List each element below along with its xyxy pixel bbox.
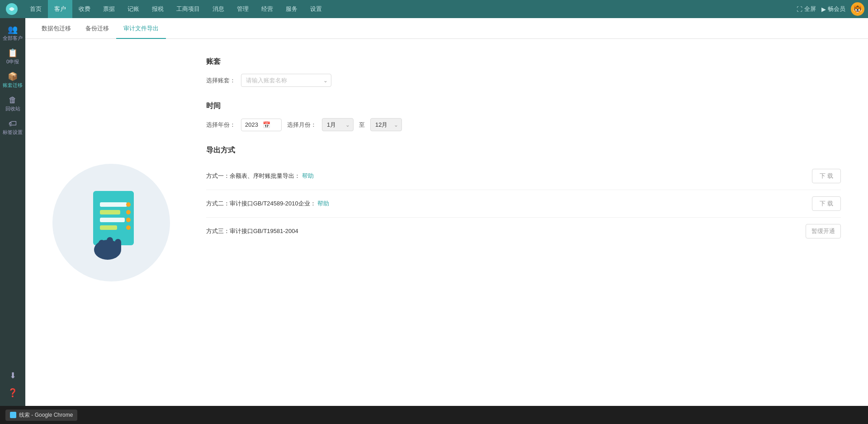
year-input[interactable]: 2023 📅 [241,119,282,131]
svg-rect-13 [115,239,121,252]
member-icon: ▶ [821,6,826,13]
nav-customer[interactable]: 客户 [48,0,72,18]
tag-settings-icon: 🏷 [9,119,17,128]
tab-audit-export[interactable]: 审计文件导出 [116,19,166,39]
method-3-label: 方式三：审计接口GB/T19581-2004 [206,228,298,234]
account-select[interactable]: 请输入账套名称 [241,74,331,87]
avatar[interactable]: 🐯 [851,2,864,16]
nav-tax[interactable]: 报税 [146,0,170,18]
nav-service[interactable]: 服务 [279,0,304,18]
month-start-wrapper: 1月 2月 3月 4月 5月 6月 7月 8月 9月 10月 11月 12月 [322,118,354,131]
month-start-select[interactable]: 1月 2月 3月 4月 5月 6月 7月 8月 9月 10月 11月 12月 [322,118,354,131]
tabs-bar: 数据包迁移 备份迁移 审计文件导出 [25,18,868,39]
account-row: 选择账套： 请输入账套名称 [206,74,841,87]
method-3-text: 方式三：审计接口GB/T19581-2004 [206,227,798,235]
sidebar-item-all-customers[interactable]: 👥 全部客户 [0,22,25,45]
nav-manage[interactable]: 管理 [231,0,255,18]
sidebar-bottom-download[interactable]: ⬇ [0,368,25,383]
sidebar-label-tag-settings: 标签设置 [3,129,23,136]
method-2-text: 方式二：审计接口GB/T24589-2010企业： 帮助 [206,200,805,208]
account-label: 选择账套： [206,76,236,85]
nav-items: 首页 客户 收费 票据 记账 报税 工商项目 消息 管理 经营 服务 设置 [24,0,797,18]
sidebar-item-tag-settings[interactable]: 🏷 标签设置 [0,116,25,139]
fullscreen-icon: ⛶ [797,6,802,13]
sidebar-label-recycle: 回收站 [5,105,20,112]
export-method-2: 方式二：审计接口GB/T24589-2010企业： 帮助 下 载 [206,190,841,218]
illustration-area [25,39,197,406]
taskbar-chrome-label: 线索 - Google Chrome [19,411,73,419]
time-section-title: 时间 [206,101,841,111]
svg-rect-5 [100,225,117,230]
logo [4,1,20,17]
main-layout: 👥 全部客户 📋 0申报 📦 账套迁移 🗑 回收站 🏷 标签设置 ⬇ ❓ [0,18,868,406]
method-1-text: 方式一：余额表、序时账批量导出： 帮助 [206,172,805,180]
month-end-wrapper: 1月 2月 3月 4月 5月 6月 7月 8月 9月 10月 11月 12月 [370,118,402,131]
download-icon: ⬇ [9,372,16,380]
nav-settings[interactable]: 设置 [304,0,328,18]
method-2-label: 方式二：审计接口GB/T24589-2010企业： [206,200,316,207]
nav-message[interactable]: 消息 [206,0,231,18]
svg-rect-3 [100,210,120,214]
method-1-download-button[interactable]: 下 载 [812,169,841,183]
method-3-open-button[interactable]: 暂缓开通 [806,224,841,238]
sidebar: 👥 全部客户 📋 0申报 📦 账套迁移 🗑 回收站 🏷 标签设置 ⬇ ❓ [0,18,25,406]
svg-rect-11 [99,240,105,252]
nav-fee[interactable]: 收费 [72,0,97,18]
svg-point-9 [126,225,131,230]
zero-declare-icon: 📋 [8,49,18,57]
method-2-download-button[interactable]: 下 载 [812,196,841,211]
svg-rect-4 [100,218,125,222]
sidebar-label-all-customers: 全部客户 [3,35,23,42]
nav-invoice[interactable]: 票据 [97,0,121,18]
taskbar: 线索 - Google Chrome [0,406,868,424]
to-label: 至 [359,121,365,129]
svg-rect-12 [107,237,113,252]
sidebar-label-zero-declare: 0申报 [6,58,19,65]
tab-data-migrate[interactable]: 数据包迁移 [34,19,78,39]
method-1-label: 方式一：余额表、序时账批量导出： [206,172,300,179]
all-customers-icon: 👥 [8,25,18,33]
sidebar-label-account-migrate: 账套迁移 [3,82,23,89]
page-content: 账套 选择账套： 请输入账套名称 时间 选择年份： 2023 [25,39,868,406]
svg-point-7 [126,210,131,214]
export-method-3: 方式三：审计接口GB/T19581-2004 暂缓开通 [206,218,841,245]
nav-home[interactable]: 首页 [24,0,48,18]
year-label: 选择年份： [206,121,236,129]
method-2-help-link[interactable]: 帮助 [317,200,329,207]
nav-right: ⛶ 全屏 ▶ 畅会员 🐯 [797,2,864,16]
time-row: 选择年份： 2023 📅 选择月份： 1月 2月 3月 4月 5月 6 [206,118,841,131]
export-section-title: 导出方式 [206,146,841,155]
tab-backup-migrate[interactable]: 备份迁移 [78,19,116,39]
nav-business[interactable]: 工商项目 [170,0,206,18]
fullscreen-label: 全屏 [804,5,816,13]
nav-operation[interactable]: 经营 [255,0,279,18]
member-label: 畅会员 [828,5,845,13]
export-method-1: 方式一：余额表、序时账批量导出： 帮助 下 载 [206,162,841,190]
fullscreen-button[interactable]: ⛶ 全屏 [797,5,816,13]
svg-rect-2 [100,202,127,207]
recycle-icon: 🗑 [9,96,17,104]
month-end-select[interactable]: 1月 2月 3月 4月 5月 6月 7月 8月 9月 10月 11月 12月 [370,118,402,131]
sidebar-item-recycle[interactable]: 🗑 回收站 [0,92,25,116]
svg-point-6 [126,202,131,207]
form-area: 账套 选择账套： 请输入账套名称 时间 选择年份： 2023 [197,39,868,406]
illustration-svg [75,182,147,263]
sidebar-item-zero-declare[interactable]: 📋 0申报 [0,45,25,69]
taskbar-chrome-item[interactable]: 线索 - Google Chrome [5,410,77,421]
member-button[interactable]: ▶ 畅会员 [821,5,845,13]
account-migrate-icon: 📦 [8,72,18,81]
sidebar-item-account-migrate[interactable]: 📦 账套迁移 [0,69,25,92]
account-section-title: 账套 [206,57,841,67]
calendar-icon: 📅 [263,121,278,129]
method-1-help-link[interactable]: 帮助 [302,172,314,179]
year-value: 2023 [245,121,260,128]
sidebar-bottom-help[interactable]: ❓ [0,385,25,400]
help-icon: ❓ [8,389,18,397]
nav-accounting[interactable]: 记账 [121,0,146,18]
svg-point-8 [126,218,131,222]
chrome-icon [10,412,16,418]
top-nav: 首页 客户 收费 票据 记账 报税 工商项目 消息 管理 经营 服务 设置 ⛶ … [0,0,868,18]
illustration-circle [52,164,170,281]
month-label: 选择月份： [287,121,316,129]
content-area: 数据包迁移 备份迁移 审计文件导出 [25,18,868,406]
